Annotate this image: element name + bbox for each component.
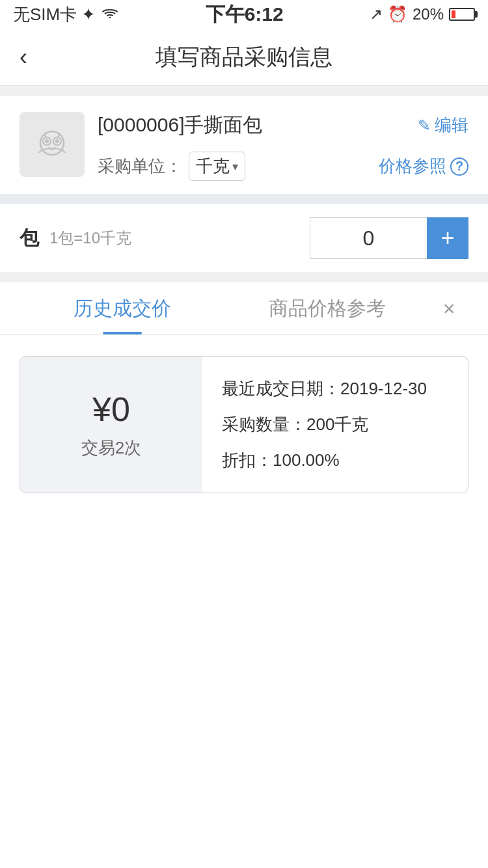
tabs-header: 历史成交价 商品价格参考 × [0,282,488,334]
quantity-label: 包 1包=10千克 [20,225,131,252]
alarm-icon: ⏰ [388,5,407,23]
quantity-input[interactable] [310,217,427,259]
product-thumbnail [20,112,85,177]
page-title: 填写商品采购信息 [156,42,332,72]
status-right: ↗ ⏰ 20% [370,5,475,23]
product-name: [0000006]手撕面包 [98,112,262,139]
history-price-value: ¥0 [92,390,130,429]
quantity-control: + [310,217,468,259]
bottom-space [0,509,488,868]
quantity-unit-name: 包 [20,225,39,252]
product-info: [0000006]手撕面包 ✎ 编辑 采购单位： 千克 ▾ 价格参照 ? [98,112,468,181]
svg-point-3 [45,139,49,143]
price-reference-button[interactable]: 价格参照 ? [379,155,468,178]
nav-bar: ‹ 填写商品采购信息 [0,29,488,86]
history-price-panel: ¥0 交易2次 [20,357,202,493]
history-quantity-row: 采购数量：200千克 [222,412,448,437]
unit-value: 千克 [196,155,230,178]
svg-point-4 [55,139,59,143]
history-transaction-count: 交易2次 [81,437,141,459]
content-section: ¥0 交易2次 最近成交日期：2019-12-30 采购数量：200千克 折扣：… [0,335,488,509]
location-icon: ↗ [370,5,383,23]
wifi-icon [101,5,119,25]
history-date-row: 最近成交日期：2019-12-30 [222,376,448,401]
unit-selector[interactable]: 千克 ▾ [189,152,245,181]
help-icon: ? [450,157,468,176]
quantity-section: 包 1包=10千克 + [0,204,488,272]
tab-history-price[interactable]: 历史成交价 [20,282,224,334]
history-card: ¥0 交易2次 最近成交日期：2019-12-30 采购数量：200千克 折扣：… [20,356,468,493]
section-divider [0,194,488,204]
quantity-plus-button[interactable]: + [427,217,468,259]
edit-icon: ✎ [418,116,431,135]
product-section: [0000006]手撕面包 ✎ 编辑 采购单位： 千克 ▾ 价格参照 ? [0,96,488,194]
history-discount-row: 折扣：100.00% [222,448,448,473]
tab-active-indicator [103,332,142,334]
tab-close-button[interactable]: × [429,282,468,334]
back-button[interactable]: ‹ [20,44,59,71]
battery-percent: 20% [413,5,444,23]
history-detail-panel: 最近成交日期：2019-12-30 采购数量：200千克 折扣：100.00% [202,357,468,493]
carrier-text: 无SIM卡 ✦ [13,3,96,26]
chevron-down-icon: ▾ [232,159,238,174]
status-left: 无SIM卡 ✦ [13,3,119,26]
status-bar: 无SIM卡 ✦ 下午6:12 ↗ ⏰ 20% [0,0,488,29]
battery-icon [449,8,475,21]
edit-button[interactable]: ✎ 编辑 [418,114,468,137]
status-time: 下午6:12 [206,1,284,28]
quantity-conversion: 1包=10千克 [49,228,131,249]
unit-label: 采购单位： 千克 ▾ [98,152,245,181]
tab-price-reference[interactable]: 商品价格参考 [224,282,429,334]
tabs-section: 历史成交价 商品价格参考 × [0,282,488,335]
